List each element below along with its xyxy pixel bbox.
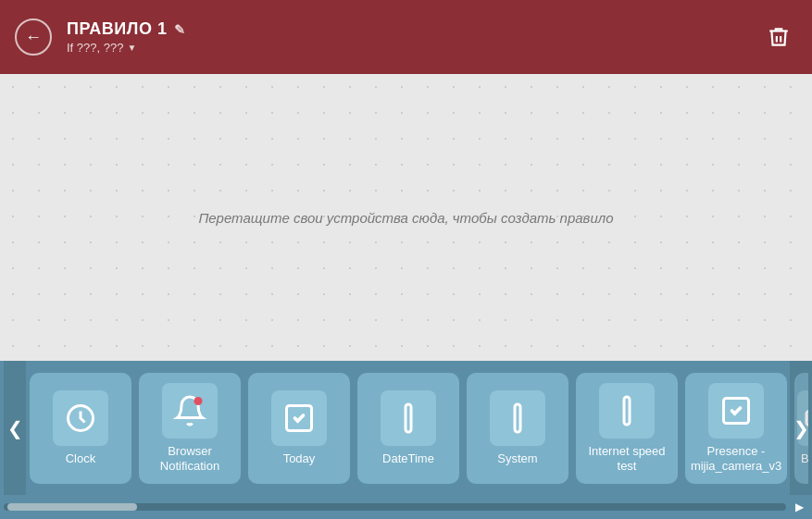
device-scroll-area: ❮ Clock [0, 361, 812, 495]
system-svg-icon [501, 402, 534, 435]
scroll-right-arrow[interactable]: ▶ [790, 498, 808, 516]
device-card-today[interactable]: Today [248, 373, 350, 484]
back-button[interactable]: ← [15, 19, 52, 56]
speed-svg-icon [610, 394, 643, 427]
clock-device-icon [53, 390, 108, 446]
header: ← ПРАВИЛО 1 ✎ If ???, ??? ▼ [0, 0, 812, 74]
rule-subtitle: If ???, ??? ▼ [67, 41, 760, 55]
internet-speed-device-icon [599, 383, 655, 439]
today-label: Today [283, 451, 316, 466]
datetime-label: DateTime [382, 451, 434, 466]
check-svg-icon [282, 402, 316, 435]
scroll-thumb[interactable] [7, 503, 137, 511]
bell-svg-icon [173, 394, 206, 427]
nav-right-button[interactable]: ❯ [790, 361, 812, 495]
system-label: System [497, 451, 537, 466]
device-card-internet-speed-test[interactable]: Internet speedtest [576, 373, 678, 484]
datetime-svg-icon [392, 402, 425, 435]
device-bar: ❮ Clock [0, 361, 812, 519]
device-card-system[interactable]: System [467, 373, 568, 484]
scroll-arrow-icon: ▶ [795, 500, 804, 513]
drop-zone[interactable]: Перетащите свои устройства сюда, чтобы с… [0, 74, 812, 361]
presence-label: Presence -mijia_camera_v3 [691, 444, 781, 473]
device-card-presence-mijia[interactable]: Presence -mijia_camera_v3 [685, 373, 787, 484]
system-device-icon [490, 390, 545, 446]
header-text: ПРАВИЛО 1 ✎ If ???, ??? ▼ [67, 19, 760, 55]
browser-notification-device-icon [162, 383, 218, 439]
svg-rect-3 [406, 404, 411, 432]
scroll-bar: ▶ [0, 495, 812, 519]
edit-icon[interactable]: ✎ [174, 22, 186, 37]
rule-subtitle-text: If ???, ??? [67, 41, 123, 55]
trash-icon [767, 25, 791, 49]
devices-container: Clock BrowserNotification [26, 365, 808, 491]
back-icon: ← [25, 28, 42, 47]
delete-button[interactable] [760, 19, 797, 56]
internet-speed-label: Internet speedtest [588, 444, 665, 473]
presence-device-icon [708, 383, 764, 439]
svg-rect-4 [515, 404, 520, 432]
scroll-track[interactable] [4, 503, 786, 511]
clock-label: Clock [66, 451, 96, 466]
device-card-browser-notification[interactable]: BrowserNotification [139, 373, 241, 484]
device-card-datetime[interactable]: DateTime [357, 373, 459, 484]
svg-point-1 [194, 397, 203, 405]
left-arrow-icon: ❮ [7, 417, 23, 439]
presence-svg-icon [719, 394, 753, 427]
device-card-clock[interactable]: Clock [30, 373, 131, 484]
right-arrow-icon: ❯ [793, 417, 809, 439]
dropdown-arrow-icon[interactable]: ▼ [127, 43, 136, 53]
rule-title: ПРАВИЛО 1 ✎ [67, 19, 760, 39]
clock-svg-icon [64, 402, 97, 435]
nav-left-button[interactable]: ❮ [4, 361, 26, 495]
drop-hint-text: Перетащите свои устройства сюда, чтобы с… [198, 210, 613, 226]
rule-title-text: ПРАВИЛО 1 [67, 19, 167, 39]
svg-rect-5 [624, 397, 630, 425]
today-device-icon [271, 390, 327, 446]
browser-notification-label: BrowserNotification [160, 444, 219, 473]
datetime-device-icon [381, 390, 436, 446]
